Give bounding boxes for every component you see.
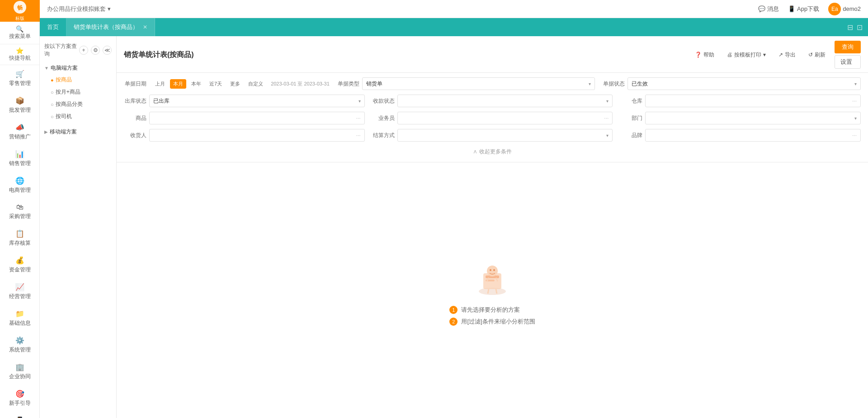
- operation-icon: 📈: [15, 283, 24, 291]
- date-btn-近7天[interactable]: 近7天: [206, 79, 225, 89]
- sidebar-item-label: 电商管理: [9, 186, 31, 194]
- sidebar-item-inventory[interactable]: 📋库存核算: [9, 225, 31, 252]
- sidebar-item-basic[interactable]: 📁基础信息: [9, 305, 31, 332]
- workspace-arrow-icon: ▾: [108, 5, 111, 12]
- main-area: 办公用品行业模拟账套 ▾ 💬 消息 📱 App下载 Ea demo2 首页: [40, 0, 868, 418]
- tree-section-header-desktop[interactable]: ▼电脑端方案: [40, 62, 116, 74]
- message-btn[interactable]: 💬 消息: [758, 5, 779, 13]
- hint-num-2: 2: [449, 318, 458, 326]
- tree-item-by-cashier[interactable]: ○按司机: [40, 110, 116, 123]
- edit-scheme-btn[interactable]: ⚙: [91, 46, 100, 55]
- doc-status-select[interactable]: 已生效 ▾: [627, 77, 861, 90]
- template-print-btn[interactable]: 🖨 按模板打印 ▾: [723, 49, 769, 61]
- sidebar-item-system[interactable]: ⚙️系统管理: [9, 332, 31, 358]
- out-status-value: 已出库: [153, 97, 170, 105]
- user-profile[interactable]: Ea demo2: [828, 3, 861, 15]
- svg-point-8: [493, 269, 495, 271]
- tab-maximize-icon[interactable]: ⊡: [857, 23, 863, 32]
- search-menu-btn[interactable]: 🔍 搜索菜单: [0, 22, 39, 44]
- filter-date: 单据日期 上月本月本年近7天更多自定义 2023-03-01 至 2023-03…: [124, 79, 330, 89]
- tree-item-by-product[interactable]: ●按商品: [40, 74, 116, 86]
- out-status-select[interactable]: 已出库 ▾: [149, 95, 365, 107]
- tree-item-icon: ●: [51, 77, 54, 83]
- basic-icon: 📁: [15, 309, 24, 318]
- receiver-label: 收货人: [124, 132, 146, 139]
- svg-text:畅: 畅: [17, 5, 23, 11]
- doc-type-label: 单据类型: [337, 80, 359, 88]
- doc-type-select[interactable]: 销货单 ▾: [362, 77, 595, 90]
- date-btn-本月[interactable]: 本月: [170, 79, 186, 89]
- refresh-btn[interactable]: ↺ 刷新: [805, 49, 829, 61]
- sidebar-item-ecommerce[interactable]: 🌐电商管理: [9, 172, 31, 199]
- tree-section-mobile: ▶移动端方案: [40, 124, 116, 139]
- warehouse-select[interactable]: ···: [645, 95, 861, 107]
- pay-status-select[interactable]: ▾: [397, 95, 613, 107]
- sidebar-logo[interactable]: 畅 标版: [0, 0, 40, 22]
- collapse-filters-btn[interactable]: ∧ 收起更多条件: [124, 146, 861, 157]
- sidebar-item-sales[interactable]: 📊销售管理: [9, 145, 31, 172]
- tree-item-label: 按商品分类: [56, 100, 83, 108]
- tab-expand-controls: ⊟ ⊡: [842, 23, 868, 32]
- filter-row-2: 出库状态 已出库 ▾ 收款状态 ▾ 仓库: [124, 95, 861, 107]
- workspace-dropdown[interactable]: 办公用品行业模拟账套 ▾: [47, 5, 111, 13]
- svg-line-11: [488, 289, 489, 294]
- sidebar-item-appcenter[interactable]: 📱应用中心: [9, 412, 31, 418]
- product-label: 商品: [124, 114, 146, 122]
- sidebar-item-retail[interactable]: 🛒零售管理: [9, 65, 31, 92]
- enterprise-icon: 🏢: [15, 363, 24, 371]
- left-panel-header: 按以下方案查询 + ⚙ ≪: [40, 40, 116, 61]
- tree-item-by-month-product[interactable]: ○按月+商品: [40, 86, 116, 98]
- sidebar-item-marketing[interactable]: 📣营销推广: [9, 119, 31, 145]
- date-btn-本年[interactable]: 本年: [188, 79, 204, 89]
- tab-close-icon[interactable]: ✕: [143, 24, 147, 30]
- app-download-label: App下载: [797, 5, 819, 13]
- receiver-select[interactable]: ···: [149, 129, 365, 142]
- sidebar-item-purchase[interactable]: 🛍采购管理: [9, 199, 31, 225]
- sidebar-item-label: 经营管理: [9, 293, 31, 300]
- brand-select[interactable]: ···: [645, 129, 861, 142]
- tree-arrow-icon: ▼: [44, 66, 49, 71]
- page-header: 销货单统计表(按商品) ❓ 帮助 🖨 按模板打印 ▾ ↗: [117, 36, 868, 73]
- sidebar-item-label: 基础信息: [9, 319, 31, 327]
- right-panel: 销货单统计表(按商品) ❓ 帮助 🖨 按模板打印 ▾ ↗: [117, 36, 868, 418]
- appcenter-icon: 📱: [15, 416, 24, 418]
- date-btn-更多[interactable]: 更多: [227, 79, 243, 89]
- settings-btn[interactable]: 设置: [835, 55, 861, 69]
- header-actions: 💬 消息 📱 App下载 Ea demo2: [758, 3, 861, 15]
- tab-minimize-icon[interactable]: ⊟: [847, 23, 853, 32]
- sidebar-item-newguide[interactable]: 🎯新手引导: [9, 385, 31, 412]
- tree-section-header-mobile[interactable]: ▶移动端方案: [40, 126, 116, 138]
- date-btn-自定义[interactable]: 自定义: [245, 79, 266, 89]
- empty-state: 1 请先选择要分析的方案 2 用[过滤]条件来缩小分析范围: [117, 162, 868, 418]
- salesperson-select[interactable]: ···: [397, 112, 613, 124]
- inventory-icon: 📋: [15, 229, 24, 238]
- tree-item-label: 按月+商品: [56, 88, 80, 96]
- settlement-select[interactable]: ▾: [397, 129, 613, 142]
- help-btn[interactable]: ❓ 帮助: [691, 49, 718, 61]
- department-select[interactable]: ▾: [645, 112, 861, 124]
- tab-home[interactable]: 首页: [40, 18, 66, 36]
- sidebar-item-wholesale[interactable]: 📦批发管理: [9, 92, 31, 119]
- sidebar-item-operation[interactable]: 📈经营管理: [9, 278, 31, 305]
- sidebar-item-finance[interactable]: 💰资金管理: [9, 252, 31, 278]
- empty-hints: 1 请先选择要分析的方案 2 用[过滤]条件来缩小分析范围: [449, 306, 535, 326]
- app-download-btn[interactable]: 📱 App下载: [788, 5, 819, 13]
- print-icon: 🖨: [727, 52, 732, 58]
- tree-item-label: 按司机: [56, 113, 72, 120]
- doc-status-label: 单据状态: [602, 80, 625, 88]
- export-icon: ↗: [778, 52, 783, 58]
- tab-bar: 首页 销货单统计表（按商品） ✕ ⊟ ⊡: [40, 18, 868, 36]
- product-select[interactable]: ···: [149, 112, 365, 124]
- tab-sales-stats[interactable]: 销货单统计表（按商品） ✕: [66, 18, 155, 36]
- add-scheme-btn[interactable]: +: [79, 46, 88, 55]
- sidebar-item-enterprise[interactable]: 🏢企业协同: [9, 358, 31, 385]
- avatar: Ea: [828, 3, 841, 15]
- collapse-panel-btn[interactable]: ≪: [103, 46, 112, 55]
- tree-item-by-product-category[interactable]: ○按商品分类: [40, 98, 116, 110]
- query-btn[interactable]: 查询: [835, 41, 861, 53]
- filter-row-3: 商品 ··· 业务员 ··· 部门: [124, 112, 861, 124]
- quick-nav-btn[interactable]: ⭐ 快捷导航: [0, 44, 39, 65]
- export-btn[interactable]: ↗ 导出: [775, 49, 799, 61]
- date-btn-上月[interactable]: 上月: [152, 79, 168, 89]
- sidebar-item-label: 采购管理: [9, 213, 31, 220]
